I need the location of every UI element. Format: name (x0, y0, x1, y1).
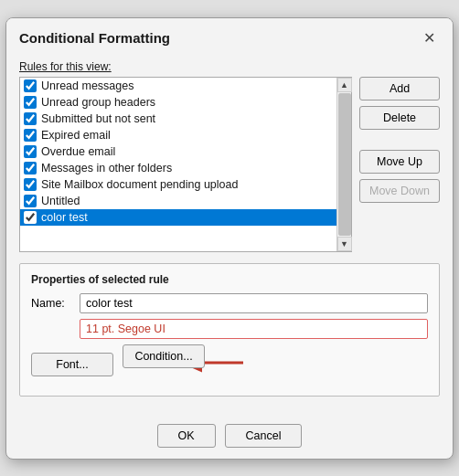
rule-checkbox[interactable] (24, 145, 37, 158)
title-bar: Conditional Formatting ✕ (6, 18, 453, 55)
rule-item[interactable]: Overdue email (20, 143, 336, 160)
rule-label: Overdue email (41, 145, 115, 158)
font-btn-area: Font... Condition... (31, 344, 428, 385)
rules-list-container: Unread messagesUnread group headersSubmi… (19, 77, 352, 252)
rule-label: Site Mailbox document pending upload (41, 178, 238, 191)
ok-button[interactable]: OK (157, 424, 216, 448)
name-input[interactable] (80, 293, 428, 313)
rule-checkbox[interactable] (24, 162, 37, 175)
font-button[interactable]: Font... (31, 353, 113, 376)
rule-item[interactable]: Untitled (20, 193, 336, 209)
condition-button[interactable]: Condition... (123, 344, 205, 368)
name-label: Name: (31, 297, 72, 310)
dialog-footer: OK Cancel (6, 418, 453, 459)
rule-checkbox[interactable] (24, 129, 37, 142)
rule-label: Untitled (41, 195, 80, 207)
scroll-up-arrow[interactable]: ▲ (337, 78, 352, 92)
rules-area: Unread messagesUnread group headersSubmi… (19, 77, 440, 252)
close-button[interactable]: ✕ (418, 27, 440, 49)
move-up-button[interactable]: Move Up (359, 150, 440, 174)
rule-checkbox[interactable] (24, 178, 37, 191)
rules-section-label: Rules for this view: (19, 60, 440, 73)
rule-label: Messages in other folders (41, 162, 172, 175)
delete-button[interactable]: Delete (359, 106, 440, 130)
add-button[interactable]: Add (359, 77, 440, 100)
rule-label: Submitted but not sent (41, 112, 155, 125)
condition-area: Condition... (123, 344, 428, 385)
move-down-button[interactable]: Move Down (359, 179, 440, 203)
scrollbar[interactable]: ▲ ▼ (336, 78, 351, 251)
rule-item[interactable]: Unread group headers (20, 94, 336, 111)
properties-title: Properties of selected rule (31, 273, 428, 286)
rule-checkbox[interactable] (24, 211, 37, 224)
conditional-formatting-dialog: Conditional Formatting ✕ Rules for this … (5, 17, 454, 460)
dialog-body: Rules for this view: Unread messagesUnre… (6, 55, 453, 418)
font-preview: 11 pt. Segoe UI (80, 319, 428, 339)
rule-item[interactable]: color test (20, 209, 336, 226)
rule-item[interactable]: Messages in other folders (20, 160, 336, 176)
name-row: Name: (31, 293, 428, 313)
rule-item[interactable]: Expired email (20, 127, 336, 143)
rule-checkbox[interactable] (24, 96, 37, 109)
rule-label: Expired email (41, 129, 111, 142)
rule-checkbox[interactable] (24, 195, 37, 207)
rule-label: Unread group headers (41, 96, 155, 109)
rule-label: color test (41, 211, 88, 224)
rule-item[interactable]: Submitted but not sent (20, 111, 336, 127)
cancel-button[interactable]: Cancel (225, 424, 303, 448)
dialog-title: Conditional Formatting (19, 30, 170, 46)
rule-checkbox[interactable] (24, 112, 37, 125)
rule-item[interactable]: Site Mailbox document pending upload (20, 176, 336, 193)
rule-item[interactable]: Unread messages (20, 78, 336, 94)
rules-buttons: Add Delete Move Up Move Down (359, 77, 440, 252)
font-row: 11 pt. Segoe UI (31, 319, 428, 339)
rule-label: Unread messages (41, 79, 133, 92)
rules-list: Unread messagesUnread group headersSubmi… (20, 78, 336, 251)
scroll-down-arrow[interactable]: ▼ (337, 237, 352, 251)
scroll-thumb[interactable] (338, 93, 351, 236)
rule-checkbox[interactable] (24, 79, 37, 92)
properties-section: Properties of selected rule Name: 11 pt.… (19, 263, 440, 397)
